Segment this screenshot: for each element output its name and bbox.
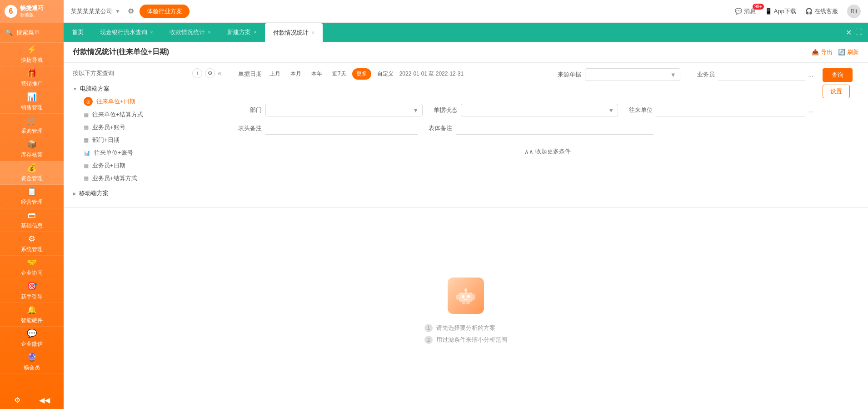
scheme-item-label: 往来单位+结算方式 xyxy=(92,111,143,119)
tab-new-scheme-close[interactable]: × xyxy=(254,29,257,35)
vip-icon: 🔮 xyxy=(27,352,37,362)
sidebar-item-inventory[interactable]: 📦 库存核算 xyxy=(0,137,64,161)
sidebar-search[interactable]: 🔍 搜索菜单 xyxy=(0,23,64,43)
trial-scheme-button[interactable]: 体验行业方案 xyxy=(140,5,190,18)
sidebar-item-guide[interactable]: 🎯 新手引导 xyxy=(0,279,64,303)
scheme-group-mobile-toggle[interactable]: ▶ 移动端方案 xyxy=(73,187,221,199)
sidebar-item-wechat[interactable]: 💬 企业微信 xyxy=(0,327,64,350)
tab-receipt-stats[interactable]: 收款情况统计 × xyxy=(161,23,219,42)
sidebar-item-system[interactable]: ⚙ 系统管理 xyxy=(0,232,64,256)
scheme-panel: 按以下方案查询 + ⚙ « ▼ 电脑端方案 ◎ 往来单位+日期 xyxy=(73,68,227,207)
sidebar-item-hardware[interactable]: 🔔 智能硬件 xyxy=(0,303,64,327)
topbar: 某某某某某公司 ▼ ⚙ 体验行业方案 💬 消息 99+ 📱 App下载 🎧 在线… xyxy=(64,0,868,23)
settings-scheme-button[interactable]: ⚙ xyxy=(205,68,215,78)
export-button[interactable]: 📤 导出 xyxy=(812,48,833,56)
table-header-note-input[interactable] xyxy=(265,122,418,135)
date-btn-custom[interactable]: 自定义 xyxy=(373,68,398,80)
sidebar-item-vip[interactable]: 🔮 畅会员 xyxy=(0,350,64,374)
sales-icon: 📊 xyxy=(27,92,37,102)
date-btn-last-month[interactable]: 上月 xyxy=(265,68,284,80)
quick-nav-icon: ⚡ xyxy=(27,45,37,55)
counterpart-more-btn[interactable]: ... xyxy=(808,106,813,114)
date-btn-this-year[interactable]: 本年 xyxy=(307,68,326,80)
collapse-sidebar-icon[interactable]: ◀◀ xyxy=(39,396,50,404)
tab-bank-flow-close[interactable]: × xyxy=(150,29,153,35)
company-name[interactable]: 某某某某某公司 ▼ xyxy=(71,7,120,15)
date-btn-last-7days[interactable]: 近7天 xyxy=(328,68,350,80)
scheme-item-salesperson-date[interactable]: ▦ 业务员+日期 xyxy=(73,159,221,172)
scheme-group-mobile-label: 移动端方案 xyxy=(79,189,109,197)
query-button[interactable]: 查询 xyxy=(823,68,853,82)
message-badge: 99+ xyxy=(753,4,764,10)
bill-status-select[interactable]: ▼ xyxy=(461,104,618,116)
scheme-item-icon: ▦ xyxy=(84,111,89,118)
message-button[interactable]: 💬 消息 99+ xyxy=(735,7,756,15)
table-body-note-input[interactable] xyxy=(456,122,653,135)
tab-new-scheme[interactable]: 新建方案 × xyxy=(219,23,265,42)
sidebar-item-purchase[interactable]: 🛒 采购管理 xyxy=(0,114,64,137)
salesperson-field: 业务员 ... xyxy=(689,68,813,81)
counterpart-input[interactable] xyxy=(656,104,805,116)
scheme-item-counterpart-account[interactable]: 📊 往来单位+账号 xyxy=(73,146,221,159)
page-title: 付款情况统计(往来单位+日期) xyxy=(73,47,169,57)
active-scheme-dot: ◎ xyxy=(84,97,93,106)
page-content: 付款情况统计(往来单位+日期) 📤 导出 🔄 刷新 按以下方案查询 + xyxy=(64,42,868,409)
cooperation-icon: 🤝 xyxy=(27,258,37,268)
svg-rect-7 xyxy=(473,294,475,300)
sidebar-item-label: 新手引导 xyxy=(21,293,43,301)
sidebar-item-marketing[interactable]: 🎁 营销推广 xyxy=(0,66,64,90)
date-btn-more[interactable]: 更多 xyxy=(352,68,371,80)
sidebar-item-operations[interactable]: 📋 经营管理 xyxy=(0,185,64,208)
system-icon: ⚙ xyxy=(28,234,35,244)
tab-receipt-stats-close[interactable]: × xyxy=(208,29,211,35)
collapse-scheme-icon[interactable]: « xyxy=(218,70,221,77)
scheme-item-salesperson-account[interactable]: ▦ 业务员+账号 xyxy=(73,121,221,134)
user-avatar[interactable]: Rit xyxy=(847,5,861,18)
refresh-button[interactable]: 🔄 刷新 xyxy=(838,48,859,56)
sidebar-item-cooperation[interactable]: 🤝 企业协同 xyxy=(0,256,64,279)
app-download-button[interactable]: 📱 App下载 xyxy=(765,7,796,15)
source-bill-select[interactable]: ▼ xyxy=(585,68,680,81)
scheme-item-label: 部门+日期 xyxy=(92,136,120,144)
collapse-row: ∧∧ 收起更多条件 xyxy=(236,140,859,163)
add-scheme-button[interactable]: + xyxy=(192,68,202,78)
dept-select[interactable]: ▼ xyxy=(265,104,423,116)
scheme-item-icon: ▦ xyxy=(84,137,89,143)
tab-home[interactable]: 首页 xyxy=(64,23,92,42)
source-bill-dropdown-icon: ▼ xyxy=(670,71,676,78)
sidebar-item-label: 营销推广 xyxy=(21,80,43,88)
scheme-item-salesperson-settlement[interactable]: ▦ 业务员+结算方式 xyxy=(73,172,221,185)
hardware-icon: 🔔 xyxy=(27,305,37,315)
topbar-settings-icon[interactable]: ⚙ xyxy=(128,7,134,15)
tab-maximize-icon[interactable]: ⛶ xyxy=(855,28,863,36)
date-btn-this-month[interactable]: 本月 xyxy=(286,68,305,80)
settings-bottom-icon[interactable]: ⚙ xyxy=(14,396,20,404)
sidebar-item-basic[interactable]: 🗃 基础信息 xyxy=(0,208,64,232)
scheme-group-pc-toggle[interactable]: ▼ 电脑端方案 xyxy=(73,83,221,95)
main-area: 某某某某某公司 ▼ ⚙ 体验行业方案 💬 消息 99+ 📱 App下载 🎧 在线… xyxy=(64,0,868,409)
sidebar-item-finance[interactable]: 💰 资金管理 xyxy=(0,161,64,185)
sidebar-item-label: 采购管理 xyxy=(21,127,43,135)
bill-status-label: 单据状态 xyxy=(432,106,457,114)
scheme-group-mobile: ▶ 移动端方案 xyxy=(73,187,221,199)
dept-dropdown-icon: ▼ xyxy=(413,107,419,114)
salesperson-input[interactable] xyxy=(718,68,806,81)
scheme-item-counterpart-date[interactable]: ◎ 往来单位+日期 xyxy=(73,95,221,108)
sidebar-item-quick-nav[interactable]: ⚡ 快捷导航 xyxy=(0,43,64,66)
settings-button[interactable]: 设置 xyxy=(823,85,850,98)
source-bill-label: 来源单据 xyxy=(556,71,581,79)
scheme-item-counterpart-settlement[interactable]: ▦ 往来单位+结算方式 xyxy=(73,108,221,121)
tab-close-all-icon[interactable]: ✕ xyxy=(846,28,852,37)
tab-bank-flow-label: 现金银行流水查询 xyxy=(100,28,147,36)
tab-payment-stats[interactable]: 付款情况统计 × xyxy=(265,23,323,42)
tab-payment-stats-close[interactable]: × xyxy=(311,30,314,36)
scheme-item-label: 业务员+结算方式 xyxy=(92,174,137,182)
salesperson-more-btn[interactable]: ... xyxy=(808,71,813,78)
sidebar-logo[interactable]: 6 畅捷通巧 标准版 xyxy=(0,0,64,23)
sidebar-item-sales[interactable]: 📊 销售管理 xyxy=(0,90,64,114)
date-range-value[interactable]: 2022-01-01 至 2022-12-31 xyxy=(399,70,464,78)
scheme-item-dept-date[interactable]: ▦ 部门+日期 xyxy=(73,134,221,146)
collapse-more-button[interactable]: ∧∧ 收起更多条件 xyxy=(524,145,571,158)
online-service-button[interactable]: 🎧 在线客服 xyxy=(805,7,838,15)
tab-bank-flow[interactable]: 现金银行流水查询 × xyxy=(92,23,161,42)
